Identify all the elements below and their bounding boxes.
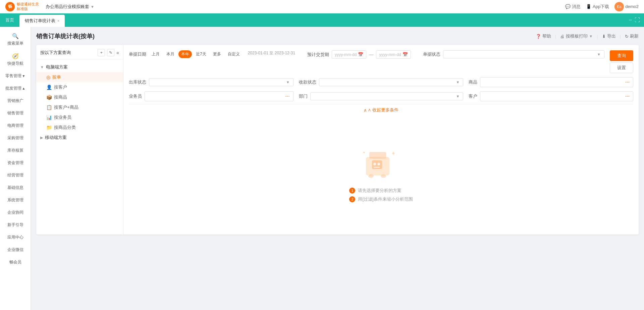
logo-text: 畅捷通好生意 标准版 <box>17 2 39 11</box>
expected-date-to[interactable]: yyyy-mm-dd 📅 <box>376 50 411 59</box>
hint-num-1: 1 <box>349 188 355 194</box>
tab-actions: − ⛶ <box>629 17 644 23</box>
scheme-group-desktop: ▼ 电脑端方案 ◎ 按单 👤 按客户 📦 按 <box>36 62 123 133</box>
help-button[interactable]: ❓ 帮助 <box>536 33 551 39</box>
sidebar-item-finance[interactable]: 资金管理 <box>0 157 31 169</box>
shortcut-more[interactable]: 更多 <box>210 50 224 58</box>
product-select[interactable]: ··· <box>480 77 633 87</box>
expected-date-from[interactable]: yyyy-mm-dd 📅 <box>332 50 366 59</box>
svg-point-7 <box>381 174 386 178</box>
tab-sales-order-stats[interactable]: 销售订单统计表 × <box>19 15 65 27</box>
sidebar-item-marketing[interactable]: 营销推广 <box>0 95 31 107</box>
empty-illustration: ✦ ✦ <box>359 145 403 182</box>
top-bar-right: 💬 消息 📱 App下载 Ea demo2 <box>565 2 639 11</box>
date-shortcuts: 上月 本月 本年 近7天 更多 自定义 <box>149 50 243 58</box>
customer-select[interactable]: ··· <box>480 91 633 101</box>
chevron-down-icon: ▼ <box>22 74 25 78</box>
sidebar-item-wholesale[interactable]: 批发管理 ▲ <box>0 82 31 95</box>
expand-icon-mobile: ▶ <box>40 136 43 140</box>
edit-scheme-button[interactable]: ✎ <box>107 49 114 56</box>
shortcut-last-7days[interactable]: 近7天 <box>193 50 209 58</box>
sidebar-item-member[interactable]: 畅会员 <box>0 256 31 268</box>
logo-area: 畅 畅捷通好生意 标准版 <box>5 2 39 11</box>
message-button[interactable]: 💬 消息 <box>565 4 581 10</box>
tab-fullscreen-button[interactable]: ⛶ <box>635 17 640 23</box>
date-separator: — <box>369 52 373 57</box>
chevron-down-icon: ▼ <box>597 52 601 56</box>
app-download-button[interactable]: 📱 App下载 <box>586 4 609 10</box>
order-date-label: 单据日期 <box>129 51 146 57</box>
collapse-more-button[interactable]: ∧ ∧ 收起更多条件 <box>129 104 633 116</box>
top-bar: 畅 畅捷通好生意 标准版 办公用品行业模拟账套 ▼ 💬 消息 📱 App下载 E… <box>0 0 644 13</box>
sidebar-item-basic[interactable]: 基础信息 <box>0 182 31 194</box>
sidebar-item-quick-nav[interactable]: 🧭 快捷导航 <box>0 50 31 70</box>
sidebar-item-appstore[interactable]: 应用中心 <box>0 231 31 244</box>
svg-point-4 <box>377 163 380 165</box>
svg-rect-2 <box>372 160 382 169</box>
sidebar-item-search[interactable]: 🔍 搜索菜单 <box>0 30 31 50</box>
salesperson-label: 业务员 <box>129 93 142 99</box>
export-button[interactable]: ⬇ 导出 <box>602 33 616 39</box>
sidebar-item-purchase[interactable]: 采购管理 <box>0 132 31 144</box>
tab-close-button[interactable]: × <box>57 19 59 23</box>
empty-hints: 1 请先选择要分析的方案 2 用[过滤]条件来缩小分析范围 <box>349 188 413 202</box>
shortcut-this-month[interactable]: 本月 <box>164 50 177 58</box>
collection-status-select[interactable]: ▼ <box>319 78 464 86</box>
tab-home[interactable]: 首页 <box>0 13 19 27</box>
sidebar-item-inventory[interactable]: 库存核算 <box>0 144 31 157</box>
shortcut-this-year[interactable]: 本年 <box>178 50 192 58</box>
breadcrumb-dropdown-icon: ▼ <box>91 5 94 9</box>
scheme-group-desktop-header[interactable]: ▼ 电脑端方案 <box>36 62 123 72</box>
avatar: Ea <box>614 2 624 11</box>
scheme-group-mobile-header[interactable]: ▶ 移动端方案 <box>36 133 123 143</box>
sidebar-item-system[interactable]: 系统管理 <box>0 194 31 206</box>
print-icon: 🖨 <box>560 34 565 39</box>
sidebar-item-wechat[interactable]: 企业微信 <box>0 244 31 256</box>
expected-date-label: 预计交货期 <box>307 52 329 58</box>
breadcrumb[interactable]: 办公用品行业模拟账套 ▼ <box>46 4 94 10</box>
scheme-item-by-salesperson[interactable]: 📊 按业务员 <box>36 112 123 122</box>
print-button[interactable]: 🖨 按模板打印 ▼ <box>560 33 593 39</box>
chevron-up-icon: ▲ <box>22 87 25 90</box>
page-header: 销售订单统计表(按单) ❓ 帮助 | 🖨 按模板打印 ▼ | ⬇ 导出 | <box>36 32 639 40</box>
department-select[interactable]: ▼ <box>310 92 464 100</box>
sidebar-item-retail[interactable]: 零售管理 ▼ <box>0 70 31 82</box>
left-panel-title: 按以下方案查询 <box>40 50 71 56</box>
scheme-item-by-order[interactable]: ◎ 按单 <box>36 72 123 82</box>
shortcut-custom[interactable]: 自定义 <box>225 50 243 58</box>
refresh-button[interactable]: ↻ 刷新 <box>625 33 639 39</box>
order-status-select[interactable]: ▼ <box>443 50 604 58</box>
sidebar-item-operations[interactable]: 经营管理 <box>0 169 31 182</box>
add-scheme-button[interactable]: + <box>98 49 105 56</box>
svg-rect-1 <box>369 152 386 159</box>
refresh-icon: ↻ <box>625 34 629 39</box>
breadcrumb-text: 办公用品行业模拟账套 <box>46 4 89 10</box>
query-button[interactable]: 查询 <box>610 50 633 61</box>
sidebar-item-ecommerce[interactable]: 电商管理 <box>0 119 31 132</box>
salesperson-select[interactable]: ··· <box>145 91 293 101</box>
salesperson-scheme-icon: 📊 <box>46 115 52 120</box>
collapse-icon: ∧ <box>364 108 367 113</box>
customer-product-scheme-icon: 📋 <box>46 105 52 110</box>
delivery-status-select[interactable]: ▼ <box>149 78 293 86</box>
tab-minimize-button[interactable]: − <box>629 17 632 23</box>
shortcut-last-month[interactable]: 上月 <box>149 50 162 58</box>
date-range-text: 2023-01-01 至 2023-12-31 <box>248 50 295 56</box>
sidebar-item-enterprise[interactable]: 企业协同 <box>0 206 31 219</box>
collapse-panel-button[interactable]: « <box>116 50 119 55</box>
collection-status-label: 收款状态 <box>299 79 316 85</box>
right-panel: 单据日期 上月 本月 本年 近7天 更多 自定义 2023-01-0 <box>123 45 639 235</box>
user-menu[interactable]: Ea demo2 <box>614 2 639 11</box>
settings-button[interactable]: 设置 <box>610 62 633 73</box>
scheme-tree: ▼ 电脑端方案 ◎ 按单 👤 按客户 📦 按 <box>36 59 123 145</box>
hint-num-2: 2 <box>349 196 355 202</box>
scheme-item-by-product[interactable]: 📦 按商品 <box>36 92 123 102</box>
scheme-item-by-product-category[interactable]: 📁 按商品分类 <box>36 122 123 133</box>
scheme-item-by-customer[interactable]: 👤 按客户 <box>36 82 123 92</box>
sidebar-item-sales[interactable]: 销售管理 <box>0 107 31 119</box>
scheme-item-by-customer-product[interactable]: 📋 按客户+商品 <box>36 102 123 112</box>
page-right-actions: ❓ 帮助 | 🖨 按模板打印 ▼ | ⬇ 导出 | ↻ 刷新 <box>536 33 639 39</box>
export-icon: ⬇ <box>602 34 606 39</box>
sidebar-item-guide[interactable]: 新手引导 <box>0 219 31 231</box>
filter-section: 单据日期 上月 本月 本年 近7天 更多 自定义 2023-01-0 <box>129 50 633 116</box>
